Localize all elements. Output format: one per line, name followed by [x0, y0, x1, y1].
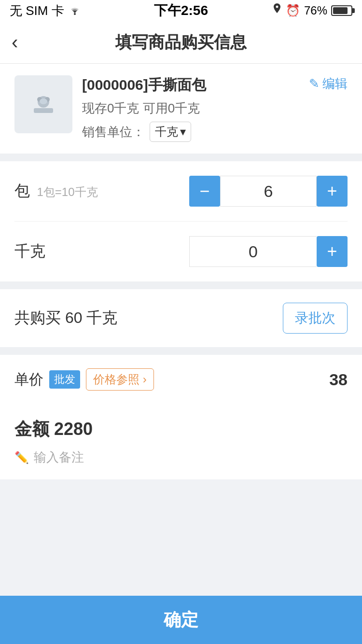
- amount-section: 金额 2280 ✏️ 输入备注: [0, 404, 362, 479]
- batch-button[interactable]: 录批次: [283, 303, 348, 334]
- package-label: 包: [14, 182, 30, 199]
- kg-label: 千克: [14, 242, 45, 260]
- kg-label-group: 千克: [14, 241, 45, 262]
- product-image: [14, 75, 72, 133]
- package-hint: 1包=10千克: [37, 185, 97, 198]
- status-bar: 无 SIM 卡 下午2:56 ⏰ 76%: [0, 0, 362, 21]
- battery-text: 76%: [304, 4, 327, 17]
- price-tag: 批发: [49, 370, 80, 389]
- price-value: 38: [329, 370, 348, 389]
- unit-label: 销售单位：: [82, 124, 145, 140]
- status-time: 下午2:56: [154, 1, 208, 20]
- price-label: 单价: [14, 370, 43, 390]
- battery-icon: [331, 5, 352, 16]
- status-left: 无 SIM 卡: [10, 2, 82, 19]
- quantity-section: 包 1包=10千克 − + 千克 +: [0, 161, 362, 281]
- chevron-down-icon: ▾: [180, 125, 186, 139]
- svg-point-4: [40, 98, 47, 104]
- amount-row: 金额 2280: [14, 418, 348, 441]
- section-divider-3: [0, 347, 362, 355]
- svg-point-0: [74, 13, 76, 15]
- page-title: 填写商品购买信息: [115, 31, 247, 54]
- kg-qty-input[interactable]: [189, 236, 317, 267]
- confirm-text: 确定: [164, 608, 198, 632]
- total-section: 共购买 60 千克 录批次: [0, 289, 362, 347]
- section-divider-1: [0, 154, 362, 161]
- package-qty-controls: − +: [189, 176, 348, 207]
- unit-select[interactable]: 千克 ▾: [150, 122, 191, 142]
- kg-quantity-row: 千克 +: [14, 222, 348, 281]
- edit-button[interactable]: ✎ 编辑: [309, 75, 348, 92]
- product-card: [0000006]手撕面包 现存0千克 可用0千克 销售单位： 千克 ▾: [0, 64, 362, 154]
- wifi-icon: [68, 3, 82, 18]
- package-qty-input[interactable]: [220, 176, 317, 207]
- product-stock: 现存0千克 可用0千克: [82, 100, 348, 117]
- price-ref-button[interactable]: 价格参照 ›: [86, 368, 154, 391]
- package-label-group: 包 1包=10千克: [14, 181, 98, 202]
- edit-icon: ✎: [309, 76, 320, 91]
- note-label: 输入备注: [34, 449, 84, 466]
- amount-label: 金额: [14, 419, 54, 439]
- product-info: [0000006]手撕面包 现存0千克 可用0千克 销售单位： 千克 ▾: [82, 75, 348, 142]
- price-left: 单价 批发 价格参照 ›: [14, 368, 154, 391]
- location-icon: [272, 3, 282, 18]
- alarm-icon: ⏰: [286, 4, 300, 17]
- kg-qty-controls: +: [189, 236, 348, 267]
- price-section: 单价 批发 价格参照 › 38: [0, 355, 362, 404]
- amount-value: 2280: [54, 419, 93, 439]
- package-plus-button[interactable]: +: [317, 176, 348, 207]
- back-button[interactable]: ‹: [12, 31, 18, 53]
- nav-bar: ‹ 填写商品购买信息: [0, 21, 362, 64]
- pencil-icon: ✏️: [14, 451, 29, 464]
- section-divider-2: [0, 281, 362, 289]
- product-card-wrapper: [0000006]手撕面包 现存0千克 可用0千克 销售单位： 千克 ▾ ✎ 编…: [0, 64, 362, 154]
- svg-rect-5: [34, 108, 53, 113]
- note-row[interactable]: ✏️ 输入备注: [14, 449, 348, 466]
- status-right: ⏰ 76%: [272, 3, 352, 18]
- product-unit-row: 销售单位： 千克 ▾: [82, 122, 348, 142]
- kg-plus-button[interactable]: +: [317, 236, 348, 267]
- package-minus-button[interactable]: −: [189, 176, 220, 207]
- confirm-bar[interactable]: 确定: [0, 596, 362, 644]
- product-name: [0000006]手撕面包: [82, 75, 348, 95]
- total-text: 共购买 60 千克: [14, 308, 117, 329]
- package-quantity-row: 包 1包=10千克 − +: [14, 161, 348, 222]
- carrier-text: 无 SIM 卡: [10, 2, 64, 19]
